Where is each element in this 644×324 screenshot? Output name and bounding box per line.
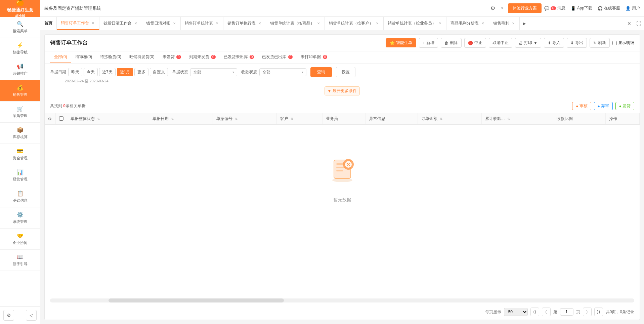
- close-icon[interactable]: ✕: [511, 21, 515, 26]
- subtab-wangpu-pending[interactable]: 旺铺待发货(0): [125, 51, 159, 63]
- subtab-overdue-ship[interactable]: 到期未发货 0: [185, 51, 220, 63]
- close-icon[interactable]: ✕: [91, 21, 95, 26]
- content-area: 销售订单工作台 ⭐ 智能生单 + 新增 🗑 删除 ⛔: [40, 30, 644, 324]
- abandon-review-btn[interactable]: ● 弃审: [594, 102, 613, 110]
- tab-sales-by-product[interactable]: 销货单统计表（按商品） ✕: [266, 17, 325, 30]
- th-date: 单据日期 ⇅: [149, 113, 213, 125]
- payment-select[interactable]: 全部: [259, 68, 306, 76]
- sidebar-item-enterprise[interactable]: 🤝 企业协同: [0, 229, 40, 250]
- close-icon[interactable]: ✕: [438, 21, 442, 26]
- close-icon[interactable]: ✕: [215, 21, 219, 26]
- tab-daily-clear[interactable]: 钱货日清工作台 ✕: [99, 17, 142, 30]
- stop-btn[interactable]: ⛔ 中止: [464, 38, 486, 48]
- sidebar-item-newbie[interactable]: 📖 新手引导: [0, 250, 40, 271]
- subtab-all[interactable]: 全部(0): [50, 51, 71, 63]
- inventory-icon: 📦: [17, 127, 24, 133]
- tab-sales-workbench[interactable]: 销售订单工作台 ✕: [57, 17, 99, 30]
- page-size-select[interactable]: 10 20 50 100: [504, 308, 528, 316]
- date-btn-7days[interactable]: 近7天: [99, 68, 116, 76]
- sales-icon: 💰: [17, 84, 24, 91]
- page-input[interactable]: [560, 308, 573, 316]
- page-last-btn[interactable]: ⟩⟩: [594, 308, 603, 316]
- th-collected: 累计收款... ⇅: [482, 113, 553, 125]
- query-btn[interactable]: 查询: [310, 67, 332, 77]
- app-download-item[interactable]: 📱 App下载: [571, 5, 592, 11]
- table-scroll[interactable]: ⚙ 单据整体状态 ⇅ 单据日期: [45, 113, 640, 297]
- close-icon[interactable]: ✕: [481, 21, 485, 26]
- sidebar-item-operations[interactable]: 📊 经营管理: [0, 165, 40, 186]
- cancel-stop-btn[interactable]: 取消中止: [489, 38, 512, 48]
- close-icon[interactable]: ✕: [375, 21, 379, 26]
- sidebar-item-finance[interactable]: 💳 资金管理: [0, 144, 40, 165]
- sidebar-item-sales[interactable]: 💰 销售管理: [0, 80, 40, 102]
- setting-btn[interactable]: 设置: [336, 67, 355, 77]
- refresh-btn[interactable]: ↻ 刷新: [590, 38, 610, 48]
- date-btn-more[interactable]: 更多: [134, 68, 148, 76]
- close-icon[interactable]: ✕: [172, 21, 176, 26]
- sidebar-item-purchase[interactable]: 🛒 采购管理: [0, 102, 40, 123]
- subtab-pending-review[interactable]: 待审核(0): [71, 51, 96, 63]
- print-btn[interactable]: 🖨 打印 ▼: [515, 38, 541, 48]
- close-icon[interactable]: ✕: [258, 21, 262, 26]
- tab-home[interactable]: 首页: [40, 17, 57, 30]
- tab-sales-stats[interactable]: 销售订单统计表 ✕: [181, 17, 223, 30]
- tab-sales-gross[interactable]: 销售毛利 ✕: [489, 17, 520, 30]
- sidebar-item-system[interactable]: ⚙️ 系统管理: [0, 207, 40, 229]
- tab-sales-exec[interactable]: 销售订单执行表 ✕: [223, 17, 266, 30]
- date-btn-custom[interactable]: 自定义: [150, 68, 168, 76]
- scrollbar-thumb[interactable]: [109, 298, 284, 302]
- tab-gross-profit[interactable]: 商品毛利分析表 ✕: [446, 17, 489, 30]
- star-icon: ⭐: [390, 41, 395, 45]
- show-detail-checkbox[interactable]: [612, 41, 617, 45]
- tab-close-all-btn[interactable]: ✕: [625, 19, 633, 28]
- expand-filter-btn[interactable]: ▼ 展开更多条件: [325, 86, 360, 95]
- tab-sales-gross-label: 销售毛利: [493, 21, 509, 26]
- date-btn-1month[interactable]: 近1月: [117, 68, 133, 76]
- horizontal-scrollbar[interactable]: [50, 298, 634, 302]
- subtab-shipped-not-out[interactable]: 已发货未出库 0: [220, 51, 258, 63]
- subtab-shipped-out[interactable]: 已发货已出库 0: [258, 51, 297, 63]
- import-btn[interactable]: ⬆ 导入: [544, 38, 564, 48]
- ship-btn[interactable]: ● 发货: [615, 102, 634, 110]
- select-all-checkbox[interactable]: [59, 116, 63, 121]
- user-item[interactable]: 👤 用户: [626, 5, 640, 11]
- collapse-btn[interactable]: ◁: [26, 310, 37, 321]
- status-select[interactable]: 全部: [190, 68, 237, 76]
- page-prev-btn[interactable]: ⟨: [542, 308, 551, 316]
- finance-icon: 💳: [17, 148, 24, 154]
- date-btn-yesterday[interactable]: 昨天: [68, 68, 82, 76]
- gear-icon[interactable]: ⚙: [489, 4, 497, 13]
- close-icon[interactable]: ✕: [134, 21, 138, 26]
- tab-sales-by-staff[interactable]: 销货单统计表（按业务员） ✕: [384, 17, 446, 30]
- sidebar-item-quicknav[interactable]: ⚡ 快捷导航: [0, 38, 40, 59]
- tab-sales-workbench-label: 销售订单工作台: [61, 20, 89, 26]
- tab-daily-reconcile[interactable]: 钱货日清对账 ✕: [142, 17, 181, 30]
- sidebar-item-basic-info[interactable]: 📋 基础信息: [0, 186, 40, 207]
- date-btn-today[interactable]: 今天: [84, 68, 98, 76]
- tabs-more-btn[interactable]: ▶: [520, 17, 528, 30]
- page-first-btn[interactable]: ⟨⟨: [530, 308, 539, 316]
- subtab-not-printed[interactable]: 未打印单据 0: [297, 51, 331, 63]
- subtab-not-shipped[interactable]: 未发货 0: [159, 51, 185, 63]
- experience-btn[interactable]: 体验行业方案: [508, 3, 542, 13]
- sidebar-item-search[interactable]: 🔍 搜索菜单: [0, 17, 40, 38]
- add-btn[interactable]: + 新增: [419, 38, 438, 48]
- tab-sales-by-customer[interactable]: 销货单统计表（按客户） ✕: [325, 17, 384, 30]
- message-item[interactable]: 💬 6 消息: [544, 5, 565, 11]
- sidebar-item-marketing[interactable]: 📢 营销推广: [0, 59, 40, 80]
- delete-btn[interactable]: 🗑 删除: [441, 38, 462, 48]
- export-btn[interactable]: ⬇ 导出: [567, 38, 587, 48]
- data-table: ⚙ 单据整体状态 ⇅ 单据日期: [45, 113, 640, 125]
- tab-maximize-btn[interactable]: ⛶: [635, 19, 643, 28]
- sidebar-item-inventory[interactable]: 📦 库存核算: [0, 123, 40, 144]
- settings-btn[interactable]: ⚙: [3, 310, 14, 321]
- gear-icon[interactable]: ⚙: [48, 117, 52, 121]
- col-amount-label: 订单金额: [421, 116, 437, 121]
- subtab-pending-pick[interactable]: 待拣验货(0): [96, 51, 125, 63]
- close-icon[interactable]: ✕: [316, 21, 320, 26]
- page-next-btn[interactable]: ⟩: [583, 308, 592, 316]
- th-number: 单据编号 ⇅: [213, 113, 276, 125]
- online-service-item[interactable]: 🎧 在线客服: [598, 5, 620, 11]
- smart-generate-btn[interactable]: ⭐ 智能生单: [386, 38, 416, 47]
- review-btn[interactable]: ● 审核: [572, 102, 591, 110]
